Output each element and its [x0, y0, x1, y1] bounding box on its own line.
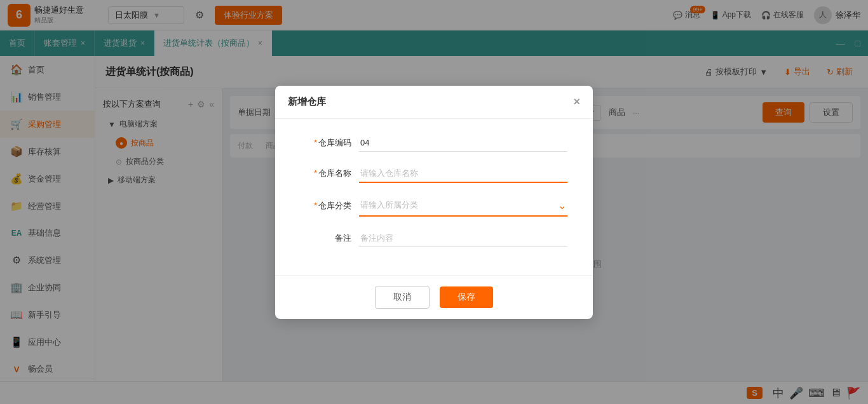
cancel-button[interactable]: 取消	[375, 286, 430, 309]
warehouse-name-input[interactable]	[359, 165, 567, 183]
form-row-name: 仓库名称	[301, 165, 567, 183]
warehouse-code-input[interactable]	[359, 134, 567, 152]
form-row-category: 仓库分类 请输入所属分类 ⌄	[301, 196, 567, 217]
modal-overlay: 新增仓库 × 仓库编码 仓库名称 仓库分类 请输入所属分类 ⌄	[0, 0, 868, 404]
form-row-code: 仓库编码	[301, 134, 567, 152]
dialog-body: 仓库编码 仓库名称 仓库分类 请输入所属分类 ⌄ 备注	[275, 119, 593, 275]
category-placeholder: 请输入所属分类	[360, 199, 558, 211]
save-button[interactable]: 保存	[440, 286, 493, 308]
name-label: 仓库名称	[301, 168, 351, 179]
category-dropdown-arrow: ⌄	[558, 199, 566, 212]
category-select[interactable]: 请输入所属分类 ⌄	[359, 196, 567, 217]
new-warehouse-dialog: 新增仓库 × 仓库编码 仓库名称 仓库分类 请输入所属分类 ⌄	[275, 86, 593, 319]
dialog-close-button[interactable]: ×	[573, 96, 580, 107]
dialog-title: 新增仓库	[288, 96, 326, 108]
category-label: 仓库分类	[301, 200, 351, 212]
dialog-footer: 取消 保存	[275, 275, 593, 319]
remark-input[interactable]	[359, 229, 567, 247]
dialog-header: 新增仓库 ×	[275, 86, 593, 119]
form-row-remark: 备注	[301, 229, 567, 247]
remark-label: 备注	[301, 232, 351, 244]
code-label: 仓库编码	[301, 137, 351, 149]
